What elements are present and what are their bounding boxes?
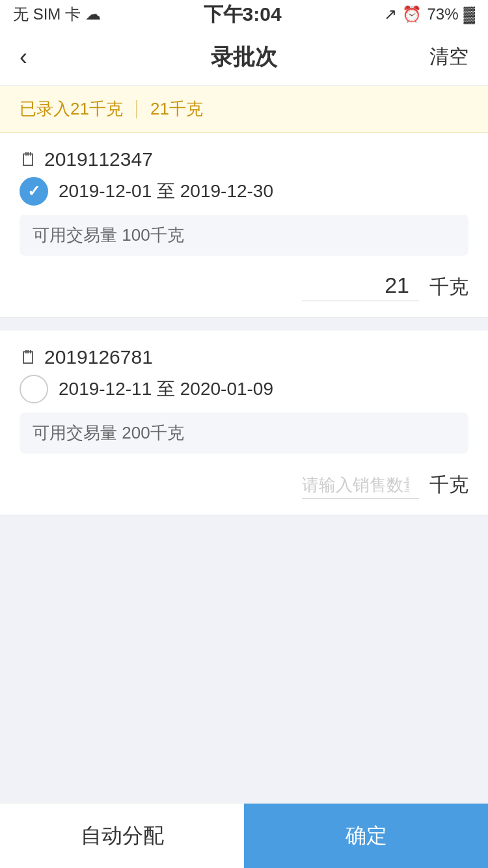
total-label: 21千克 bbox=[150, 98, 203, 120]
batch-volume-2: 可用交易量 200千克 bbox=[33, 423, 184, 442]
batch-unit-1: 千克 bbox=[429, 274, 468, 301]
recorded-label: 已录入21千克 bbox=[20, 98, 123, 120]
battery-label: 73% bbox=[427, 5, 458, 23]
batch-card-1: 🗒 2019112347 ✓ 2019-12-01 至 2019-12-30 可… bbox=[0, 133, 488, 318]
batch-date-1: 2019-12-01 至 2019-12-30 bbox=[59, 179, 273, 204]
location-icon: ↗ bbox=[384, 5, 397, 23]
clear-button[interactable]: 清空 bbox=[429, 44, 468, 70]
batch-radio-1[interactable]: ✓ bbox=[20, 177, 48, 206]
nav-bar: ‹ 录批次 清空 bbox=[0, 29, 488, 86]
batch-date-row-1: ✓ 2019-12-01 至 2019-12-30 bbox=[0, 177, 488, 215]
batch-id-icon-2: 🗒 bbox=[20, 347, 38, 368]
bottom-bar: 自动分配 确定 bbox=[0, 803, 488, 868]
batch-id-icon-1: 🗒 bbox=[20, 149, 38, 170]
status-right: ↗ ⏰ 73% ▓ bbox=[384, 5, 475, 23]
batch-unit-2: 千克 bbox=[429, 472, 468, 498]
batch-id-2: 2019126781 bbox=[44, 346, 153, 368]
back-button[interactable]: ‹ bbox=[20, 44, 59, 71]
batch-date-2: 2019-12-11 至 2020-01-09 bbox=[59, 377, 273, 401]
batch-date-row-2: 2019-12-11 至 2020-01-09 bbox=[0, 375, 488, 413]
battery-icon: ▓ bbox=[463, 5, 475, 23]
batch-card-2: 🗒 2019126781 2019-12-11 至 2020-01-09 可用交… bbox=[0, 331, 488, 515]
auto-distribute-button[interactable]: 自动分配 bbox=[0, 804, 244, 868]
summary-banner: 已录入21千克 21千克 bbox=[0, 86, 488, 133]
status-left: 无 SIM 卡 ☁ bbox=[13, 4, 101, 25]
page-title: 录批次 bbox=[211, 42, 277, 72]
status-time: 下午3:04 bbox=[204, 1, 282, 28]
check-mark-1: ✓ bbox=[27, 182, 40, 200]
batch-volume-1: 可用交易量 100千克 bbox=[33, 225, 184, 245]
status-bar: 无 SIM 卡 ☁ 下午3:04 ↗ ⏰ 73% ▓ bbox=[0, 0, 488, 29]
batch-quantity-input-2[interactable] bbox=[302, 470, 419, 499]
batch-input-row-2: 千克 bbox=[0, 464, 488, 515]
batch-quantity-input-1[interactable] bbox=[302, 273, 419, 301]
batch-input-row-1: 千克 bbox=[0, 266, 488, 318]
batch-id-1: 2019112347 bbox=[44, 148, 153, 170]
alarm-icon: ⏰ bbox=[402, 5, 422, 23]
summary-divider bbox=[136, 100, 137, 118]
batch-radio-2[interactable] bbox=[20, 375, 48, 403]
card-divider-1 bbox=[0, 318, 488, 331]
batch-header-2: 🗒 2019126781 bbox=[0, 331, 488, 375]
batch-header-1: 🗒 2019112347 bbox=[0, 133, 488, 177]
batch-volume-row-2: 可用交易量 200千克 bbox=[20, 413, 468, 454]
sim-label: 无 SIM 卡 ☁ bbox=[13, 4, 101, 25]
confirm-button[interactable]: 确定 bbox=[244, 804, 488, 868]
empty-area bbox=[0, 515, 488, 815]
batch-volume-row-1: 可用交易量 100千克 bbox=[20, 215, 468, 256]
